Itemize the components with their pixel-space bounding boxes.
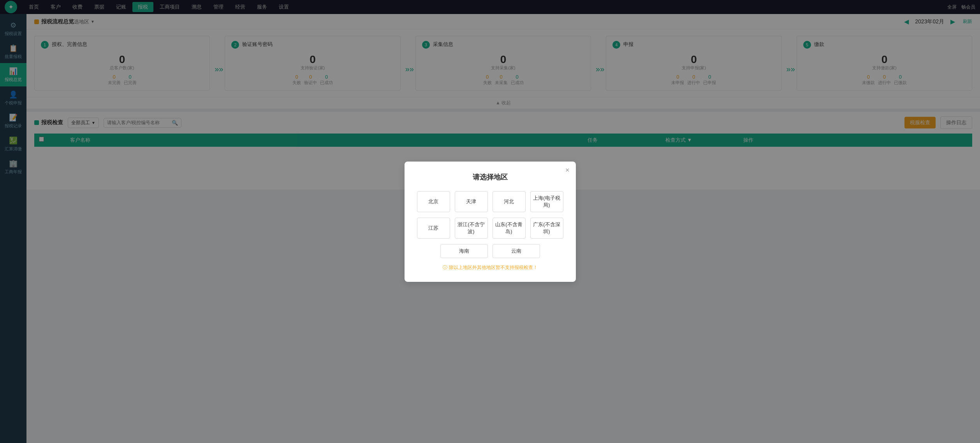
region-grid-row1: 北京 天津 河北 上海(电子税局): [417, 191, 563, 212]
region-btn-jiangsu[interactable]: 江苏: [417, 218, 450, 239]
region-btn-shandong[interactable]: 山东(不含青岛): [493, 218, 526, 239]
warning-icon: ⓘ: [443, 264, 447, 271]
region-select-dialog: × 请选择地区 北京 天津 河北 上海(电子税局) 江苏 浙江(不含宁波) 山东…: [405, 162, 576, 282]
region-warning: ⓘ 除以上地区外其他地区暂不支持报税检查！: [417, 264, 563, 271]
dialog-title: 请选择地区: [417, 172, 563, 182]
region-grid-row3: 海南 云南: [417, 244, 563, 258]
warning-text: 除以上地区外其他地区暂不支持报税检查！: [449, 264, 538, 271]
region-btn-zhejiang[interactable]: 浙江(不含宁波): [455, 218, 488, 239]
region-grid-row2: 江苏 浙江(不含宁波) 山东(不含青岛) 广东(不含深圳): [417, 218, 563, 239]
modal-overlay[interactable]: × 请选择地区 北京 天津 河北 上海(电子税局) 江苏 浙江(不含宁波) 山东…: [0, 0, 980, 443]
region-btn-yunnan[interactable]: 云南: [493, 244, 540, 258]
region-btn-hebei[interactable]: 河北: [493, 191, 526, 212]
region-btn-beijing[interactable]: 北京: [417, 191, 450, 212]
region-btn-shanghai[interactable]: 上海(电子税局): [530, 191, 563, 212]
region-btn-tianjin[interactable]: 天津: [455, 191, 488, 212]
region-btn-guangdong[interactable]: 广东(不含深圳): [530, 218, 563, 239]
dialog-close-button[interactable]: ×: [565, 166, 570, 174]
region-btn-hainan[interactable]: 海南: [440, 244, 488, 258]
